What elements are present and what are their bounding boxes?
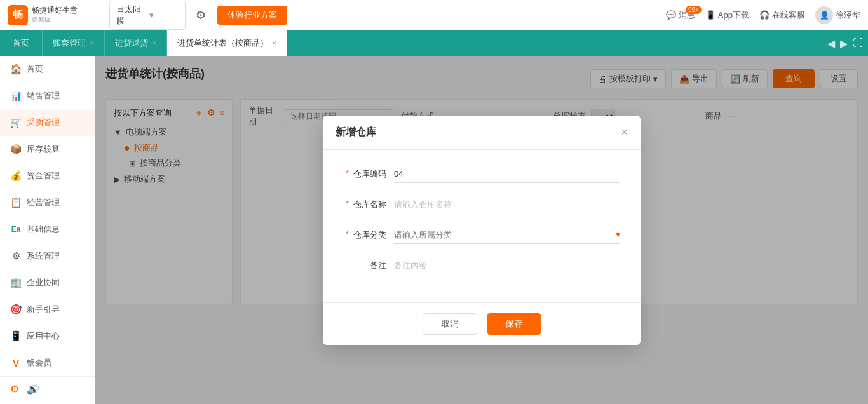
category-select-wrap: ▾ (394, 226, 620, 244)
sidebar-item-operations[interactable]: 📋 经营管理 (0, 189, 95, 216)
app-download-label: App下载 (718, 10, 749, 21)
sidebar-label-finance: 资金管理 (27, 170, 60, 182)
online-service-item[interactable]: 🎧 在线客服 (759, 10, 805, 21)
logo-icon: 畅 (8, 5, 28, 25)
sidebar-item-sales[interactable]: 📊 销售管理 (0, 83, 95, 109)
topbar: 畅 畅捷通好生意 捷易版 日太阳膜 ▾ ⚙ 体验行业方案 💬 消息 99+ 📱 … (0, 0, 868, 30)
tab-purchase-return[interactable]: 进货退货 × (105, 30, 167, 56)
inventory-icon: 📦 (10, 144, 22, 155)
sidebar-label-guide: 新手引导 (27, 304, 60, 315)
sidebar-label-home: 首页 (27, 64, 43, 75)
app-sub: 捷易版 (32, 15, 78, 24)
sidebar-label-apps: 应用中心 (27, 330, 60, 342)
sidebar-label-sales: 销售管理 (27, 90, 60, 102)
apps-icon: 📱 (10, 330, 22, 342)
sidebar-item-inventory[interactable]: 📦 库存核算 (0, 136, 95, 163)
form-row-category: 仓库分类 ▾ (343, 226, 620, 244)
sidebar-label-system: 系统管理 (27, 250, 60, 262)
sidebar-item-apps[interactable]: 📱 应用中心 (0, 323, 95, 349)
tab-home-label: 首页 (13, 37, 29, 49)
tab-purchase-stats-label: 进货单统计表（按商品） (177, 37, 268, 49)
modal-body: 仓库编码 仓库名称 仓库分类 ▾ (323, 150, 641, 302)
sidebar-label-operations: 经营管理 (27, 197, 60, 208)
headset-icon: 🎧 (759, 10, 770, 20)
sales-icon: 📊 (10, 90, 22, 102)
main-layout: 🏠 首页 📊 销售管理 🛒 采购管理 📦 库存核算 💰 资金管理 📋 经营管理 … (0, 56, 868, 404)
app-download-item[interactable]: 📱 App下载 (705, 10, 749, 21)
cancel-button[interactable]: 取消 (423, 313, 477, 335)
save-button[interactable]: 保存 (487, 313, 541, 335)
sidebar-label-vip: 畅会员 (27, 357, 51, 368)
sidebar-label-inventory: 库存核算 (27, 144, 60, 155)
system-icon: ⚙ (10, 250, 22, 262)
modal-add-warehouse: 新增仓库 × 仓库编码 仓库名称 仓库分类 (323, 116, 641, 345)
message-badge: 99+ (686, 6, 702, 14)
tab-purchase-stats[interactable]: 进货单统计表（按商品） × (167, 30, 287, 56)
content-area: 进货单统计(按商品) 🖨 按模板打印 ▾ 📤 导出 🔄 刷新 查询 设置 (95, 56, 868, 404)
enterprise-icon: 🏢 (10, 277, 22, 288)
gear-button[interactable]: ⚙ (191, 5, 211, 25)
modal-close-button[interactable]: × (621, 126, 628, 139)
sidebar-item-system[interactable]: ⚙ 系统管理 (0, 243, 95, 269)
message-icon: 💬 (666, 10, 676, 20)
trial-button[interactable]: 体验行业方案 (217, 6, 287, 25)
tab-accounts[interactable]: 账套管理 × (43, 30, 105, 56)
form-row-name: 仓库名称 (343, 196, 620, 213)
message-item[interactable]: 💬 消息 99+ (666, 10, 695, 21)
category-input[interactable] (394, 226, 616, 243)
modal-overlay: 新增仓库 × 仓库编码 仓库名称 仓库分类 (95, 56, 868, 404)
category-label: 仓库分类 (343, 229, 394, 241)
purchase-icon: 🛒 (10, 117, 22, 128)
remark-label: 备注 (343, 260, 394, 271)
code-label: 仓库编码 (343, 168, 394, 180)
tab-purchase-stats-close[interactable]: × (272, 39, 276, 48)
sidebar-label-purchase: 采购管理 (27, 117, 60, 128)
store-dropdown-arrow: ▾ (149, 10, 179, 20)
app-icon: 📱 (705, 10, 715, 20)
tabbar: 首页 账套管理 × 进货退货 × 进货单统计表（按商品） × ◀ ▶ ⛶ (0, 30, 868, 56)
tabbar-prev-icon[interactable]: ◀ (827, 37, 835, 50)
name-input[interactable] (394, 196, 620, 213)
sidebar-label-basic: 基础信息 (27, 224, 60, 235)
home-icon: 🏠 (10, 64, 22, 75)
username-label: 徐泽华 (836, 10, 860, 21)
finance-icon: 💰 (10, 170, 22, 182)
avatar: 👤 (815, 6, 833, 24)
tabbar-expand-icon[interactable]: ⛶ (853, 37, 863, 49)
sidebar-item-finance[interactable]: 💰 资金管理 (0, 163, 95, 189)
sidebar-item-purchase[interactable]: 🛒 采购管理 (0, 109, 95, 136)
user-item[interactable]: 👤 徐泽华 (815, 6, 860, 24)
sidebar-settings-icon[interactable]: ⚙ (10, 383, 19, 395)
store-name: 日太阳膜 (116, 4, 146, 27)
sidebar-item-enterprise[interactable]: 🏢 企业协同 (0, 269, 95, 296)
vip-icon: V (10, 357, 22, 368)
tab-purchase-return-label: 进货退货 (115, 37, 148, 49)
guide-icon: 🎯 (10, 304, 22, 315)
sidebar-sound-icon[interactable]: 🔊 (27, 383, 39, 395)
code-input[interactable] (394, 165, 620, 183)
topbar-right: 💬 消息 99+ 📱 App下载 🎧 在线客服 👤 徐泽华 (666, 6, 860, 24)
tab-home[interactable]: 首页 (0, 30, 43, 56)
remark-input[interactable] (394, 257, 620, 274)
form-row-remark: 备注 (343, 257, 620, 274)
name-label: 仓库名称 (343, 199, 394, 210)
sidebar-item-basic[interactable]: Ea 基础信息 (0, 216, 95, 243)
sidebar-item-home[interactable]: 🏠 首页 (0, 56, 95, 83)
basic-icon: Ea (10, 224, 22, 235)
modal-header: 新增仓库 × (323, 116, 641, 150)
sidebar-label-enterprise: 企业协同 (27, 277, 60, 288)
store-selector[interactable]: 日太阳膜 ▾ (109, 1, 186, 30)
sidebar-item-vip[interactable]: V 畅会员 (0, 349, 95, 376)
modal-footer: 取消 保存 (323, 302, 641, 345)
category-dropdown-arrow[interactable]: ▾ (616, 229, 620, 239)
tabbar-next-icon[interactable]: ▶ (840, 37, 848, 50)
tab-accounts-close[interactable]: × (90, 39, 94, 48)
modal-title: 新增仓库 (336, 126, 376, 139)
sidebar: 🏠 首页 📊 销售管理 🛒 采购管理 📦 库存核算 💰 资金管理 📋 经营管理 … (0, 56, 95, 404)
tab-accounts-label: 账套管理 (53, 37, 86, 49)
operations-icon: 📋 (10, 197, 22, 208)
sidebar-item-guide[interactable]: 🎯 新手引导 (0, 296, 95, 323)
form-row-code: 仓库编码 (343, 165, 620, 183)
tab-purchase-return-close[interactable]: × (152, 39, 156, 48)
online-service-label: 在线客服 (772, 10, 805, 21)
